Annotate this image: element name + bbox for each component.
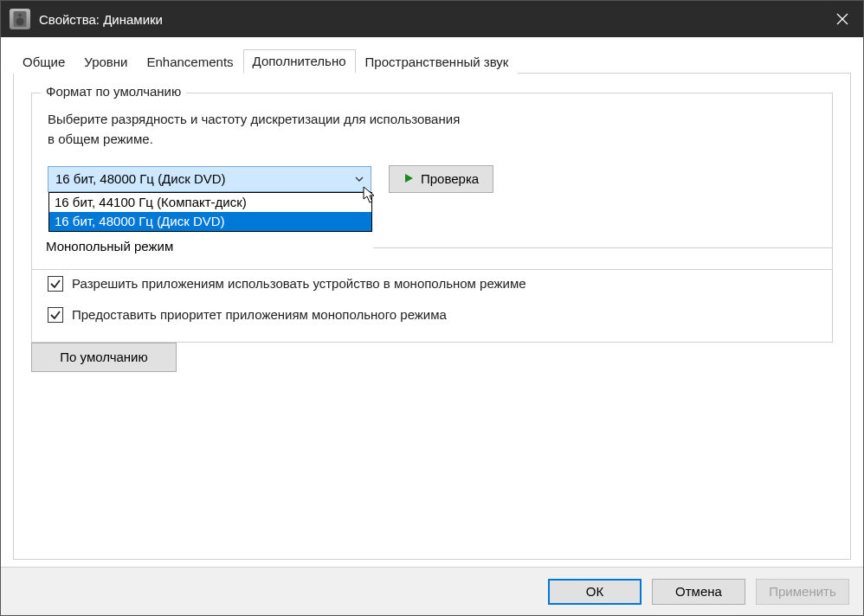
ok-button[interactable]: ОК: [548, 579, 642, 605]
exclusive-mode-group: Монопольный режим Разрешить приложениям …: [31, 247, 833, 343]
restore-defaults-label: По умолчанию: [60, 350, 147, 364]
default-format-description: Выберите разрядность и частоту дискретиз…: [48, 109, 816, 150]
format-option-44100[interactable]: 16 бит, 44100 Гц (Компакт-диск): [49, 193, 371, 212]
apply-button: Применить: [756, 579, 849, 605]
default-format-legend: Формат по умолчанию: [41, 84, 186, 99]
format-row: 16 бит, 48000 Гц (Диск DVD) 16 бит, 4410…: [48, 165, 816, 193]
exclusive-legend: Монопольный режим: [41, 239, 178, 253]
tab-spatial[interactable]: Пространственный звук: [356, 50, 519, 74]
checkmark-icon: [49, 309, 61, 321]
cancel-label: Отмена: [675, 584, 722, 599]
window-title: Свойства: Динамики: [39, 12, 822, 27]
desc-line1: Выберите разрядность и частоту дискретиз…: [48, 112, 460, 126]
format-dropdown: 16 бит, 44100 Гц (Компакт-диск) 16 бит, …: [48, 192, 372, 232]
tab-general[interactable]: Общие: [13, 50, 74, 74]
close-button[interactable]: [822, 1, 863, 37]
test-button-label: Проверка: [421, 171, 479, 186]
ok-label: ОК: [586, 584, 603, 599]
close-icon: [836, 13, 848, 25]
client-area: Общие Уровни Enhancements Дополнительно …: [1, 37, 863, 567]
format-combobox[interactable]: 16 бит, 48000 Гц (Диск DVD) 16 бит, 4410…: [48, 166, 371, 192]
allow-exclusive-label: Разрешить приложениям использовать устро…: [72, 276, 526, 291]
cancel-button[interactable]: Отмена: [652, 579, 745, 605]
svg-point-1: [16, 18, 24, 26]
allow-exclusive-checkbox[interactable]: [48, 276, 63, 292]
format-selected-text: 16 бит, 48000 Гц (Диск DVD): [55, 171, 226, 186]
dialog-footer: ОК Отмена Применить: [1, 567, 863, 615]
allow-exclusive-row: Разрешить приложениям использовать устро…: [48, 276, 816, 292]
chevron-down-icon: [355, 171, 364, 186]
exclusive-priority-row: Предоставить приоритет приложениям моноп…: [48, 307, 816, 323]
test-button[interactable]: Проверка: [389, 165, 493, 193]
speaker-icon: [10, 9, 30, 29]
desc-line2: в общем режиме.: [48, 132, 153, 146]
restore-defaults-button[interactable]: По умолчанию: [31, 343, 177, 372]
svg-point-2: [18, 14, 22, 17]
tab-levels[interactable]: Уровни: [74, 50, 137, 74]
exclusive-priority-checkbox[interactable]: [48, 307, 63, 323]
tab-enhancements[interactable]: Enhancements: [138, 50, 243, 74]
exclusive-priority-label: Предоставить приоритет приложениям моноп…: [72, 307, 447, 322]
properties-dialog: Свойства: Динамики Общие Уровни Enhancem…: [0, 0, 864, 616]
tab-advanced[interactable]: Дополнительно: [243, 49, 356, 74]
checkmark-icon: [49, 278, 61, 290]
tab-panel-advanced: Формат по умолчанию Выберите разрядность…: [13, 74, 851, 560]
apply-label: Применить: [769, 584, 836, 599]
format-option-48000[interactable]: 16 бит, 48000 Гц (Диск DVD): [49, 212, 371, 231]
tab-strip: Общие Уровни Enhancements Дополнительно …: [13, 48, 851, 74]
play-icon: [403, 171, 414, 186]
titlebar: Свойства: Динамики: [1, 1, 863, 37]
